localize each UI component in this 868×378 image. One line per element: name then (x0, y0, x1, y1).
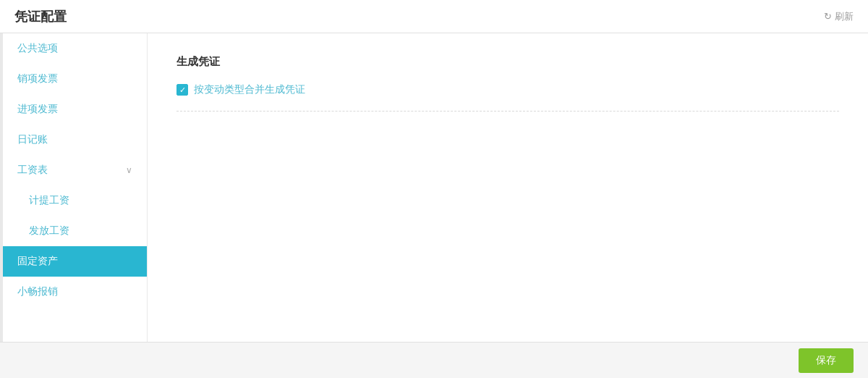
sidebar-label-purchase-invoice: 进项发票 (17, 103, 58, 116)
sidebar-label-fixed-assets: 固定资产 (17, 255, 58, 268)
sidebar: 公共选项 销项发票 进项发票 日记账 工资表 ∨ 计提工资 发放工资 固定资 (3, 33, 148, 342)
chevron-down-icon: ∨ (126, 165, 132, 175)
merge-by-type-checkbox[interactable] (176, 84, 188, 96)
main-body: 公共选项 销项发票 进项发票 日记账 工资表 ∨ 计提工资 发放工资 固定资 (0, 33, 868, 342)
checkbox-row: 按变动类型合并生成凭证 (176, 83, 839, 96)
sidebar-item-fixed-assets[interactable]: 固定资产 (3, 246, 147, 277)
page-wrapper: 凭证配置 ↻ 刷新 公共选项 销项发票 进项发票 日记账 工资表 ∨ (0, 0, 868, 378)
save-button[interactable]: 保存 (799, 348, 854, 373)
refresh-label: 刷新 (835, 10, 854, 23)
sidebar-item-public-options[interactable]: 公共选项 (3, 33, 147, 64)
sidebar-item-pay-salary[interactable]: 发放工资 (3, 216, 147, 246)
refresh-button[interactable]: ↻ 刷新 (824, 10, 854, 23)
content-area: 生成凭证 按变动类型合并生成凭证 (148, 33, 868, 342)
sidebar-item-purchase-invoice[interactable]: 进项发票 (3, 94, 147, 125)
footer: 保存 (0, 342, 868, 378)
sidebar-label-public-options: 公共选项 (17, 42, 58, 55)
divider (176, 111, 839, 112)
sidebar-item-payroll[interactable]: 工资表 ∨ (3, 155, 147, 185)
sidebar-item-sales-invoice[interactable]: 销项发票 (3, 64, 147, 94)
sidebar-label-journal: 日记账 (17, 133, 48, 146)
refresh-icon: ↻ (824, 11, 832, 22)
header: 凭证配置 ↻ 刷新 (0, 0, 868, 33)
sidebar-label-calculate-salary: 计提工资 (29, 194, 69, 207)
sidebar-label-pay-salary: 发放工资 (29, 224, 69, 238)
merge-by-type-label: 按变动类型合并生成凭证 (194, 83, 305, 96)
sidebar-label-payroll: 工资表 (17, 164, 48, 177)
sidebar-label-sales-invoice: 销项发票 (17, 72, 58, 85)
sidebar-label-petty-cash: 小畅报销 (17, 285, 58, 298)
sidebar-item-calculate-salary[interactable]: 计提工资 (3, 185, 147, 216)
sidebar-item-journal[interactable]: 日记账 (3, 125, 147, 155)
page-title: 凭证配置 (14, 8, 67, 25)
sidebar-item-petty-cash[interactable]: 小畅报销 (3, 277, 147, 307)
section-title: 生成凭证 (176, 55, 839, 69)
